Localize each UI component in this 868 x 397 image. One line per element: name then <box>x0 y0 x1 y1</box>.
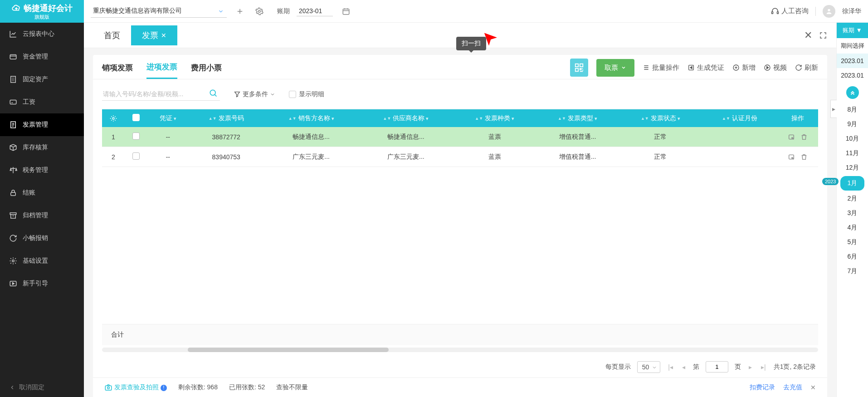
search-button[interactable] <box>209 88 218 98</box>
month-item[interactable]: 6月 <box>837 250 868 264</box>
refresh-button[interactable]: 刷新 <box>795 64 818 72</box>
col-status[interactable]: ▲▼发票状态▾ <box>619 109 702 127</box>
tab-home[interactable]: 首页 <box>93 25 131 45</box>
footer-close-button[interactable]: ✕ <box>810 384 816 391</box>
month-item[interactable]: 3月 <box>837 206 868 221</box>
sidebar-item-inventory[interactable]: 库存核算 <box>0 136 84 159</box>
tab-close-button[interactable]: ✕ <box>161 32 166 39</box>
col-seller[interactable]: ▲▼销售方名称▾ <box>264 109 359 127</box>
sidebar-item-report[interactable]: 云报表中心 <box>0 23 84 45</box>
col-supplier[interactable]: ▲▼供应商名称▾ <box>359 109 454 127</box>
rail-header-button[interactable]: 账期 ▼ <box>837 23 868 38</box>
settings-button[interactable] <box>253 5 266 17</box>
sidebar-unpin[interactable]: 取消固定 <box>0 378 84 397</box>
fee-record-link[interactable]: 扣费记录 <box>750 383 775 392</box>
month-item[interactable]: 9月 <box>837 117 868 132</box>
tab-invoice[interactable]: 发票 ✕ <box>131 25 177 45</box>
fetch-invoice-button[interactable]: 取票 <box>596 59 634 77</box>
verify-photo-link[interactable]: 发票查验及拍照 ! <box>104 383 167 392</box>
svg-rect-5 <box>10 55 16 59</box>
row-select[interactable] <box>125 147 147 167</box>
show-detail-checkbox[interactable]: 显示明细 <box>289 90 324 98</box>
subtab-output[interactable]: 销项发票 <box>102 63 133 78</box>
search-icon <box>209 88 218 98</box>
batch-button[interactable]: 批量操作 <box>643 64 679 72</box>
svg-rect-10 <box>10 213 16 215</box>
company-selector[interactable]: 重庆畅捷交通信息咨询有限公司 <box>91 5 227 18</box>
last-page-button[interactable]: ▸| <box>760 362 767 372</box>
first-page-button[interactable]: |◂ <box>667 362 674 372</box>
per-page-select[interactable]: 50 <box>637 361 661 373</box>
sidebar-item-reimburse[interactable]: 小畅报销 <box>0 227 84 250</box>
subtab-expense[interactable]: 费用小票 <box>191 63 222 78</box>
chart-icon <box>9 30 17 38</box>
used-count: 已用张数: 52 <box>229 383 265 392</box>
col-number[interactable]: ▲▼发票号码 <box>189 109 264 127</box>
sidebar-item-settings[interactable]: 基础设置 <box>0 250 84 272</box>
headset-icon <box>771 7 779 15</box>
view-button[interactable] <box>788 133 795 141</box>
add-button[interactable]: 新增 <box>732 64 756 72</box>
month-item[interactable]: 8月 <box>837 103 868 117</box>
sidebar-item-salary[interactable]: 工资 <box>0 91 84 113</box>
col-select-all[interactable] <box>125 109 147 127</box>
double-chevron-up-icon <box>849 89 856 96</box>
sidebar-item-invoice[interactable]: 发票管理 <box>0 113 84 136</box>
prev-page-button[interactable]: ◂ <box>681 362 687 372</box>
row-index: 1 <box>102 127 125 147</box>
sidebar-item-tax[interactable]: 税务管理 <box>0 159 84 181</box>
horizontal-scrollbar[interactable] <box>102 348 818 352</box>
col-type[interactable]: ▲▼发票类型▾ <box>536 109 619 127</box>
support-link[interactable]: 人工咨询 <box>771 7 809 15</box>
rail-range-to[interactable]: 2023.01 <box>837 68 868 83</box>
subtab-input[interactable]: 进项发票 <box>146 62 177 79</box>
video-button[interactable]: 视频 <box>764 64 787 72</box>
month-item[interactable]: 4月 <box>837 221 868 235</box>
scan-qr-button[interactable] <box>570 59 588 77</box>
avatar[interactable] <box>823 5 835 18</box>
search-input[interactable] <box>102 88 220 101</box>
month-item[interactable]: 7月 <box>837 264 868 279</box>
sidebar-item-close[interactable]: 结账 <box>0 181 84 204</box>
month-item[interactable]: 11月 <box>837 146 868 161</box>
page-input[interactable] <box>706 361 728 372</box>
cell-kind: 蓝票 <box>453 127 536 147</box>
table-row[interactable]: 1--38872772畅捷通信息...畅捷通信息...蓝票增值税普通...正常 <box>102 127 818 147</box>
month-item[interactable]: 10月 <box>837 132 868 146</box>
col-month[interactable]: ▲▼认证月份 <box>702 109 777 127</box>
col-voucher[interactable]: 凭证▾ <box>147 109 189 127</box>
more-label: 更多条件 <box>243 90 268 98</box>
next-page-button[interactable]: ▸ <box>747 362 753 372</box>
filter-icon: ▾ <box>678 116 680 121</box>
month-item[interactable]: 12月 <box>837 161 868 175</box>
col-kind[interactable]: ▲▼发票种类▾ <box>453 109 536 127</box>
lock-icon <box>9 189 17 197</box>
delete-button[interactable] <box>800 133 808 141</box>
rail-collapse-handle[interactable]: ▸ <box>830 100 837 118</box>
add-company-button[interactable] <box>234 5 246 17</box>
sidebar-item-guide[interactable]: 新手引导 <box>0 272 84 295</box>
month-item[interactable]: 1月2023 <box>840 176 864 191</box>
view-button[interactable] <box>788 153 795 161</box>
more-conditions-button[interactable]: 更多条件 <box>234 90 275 98</box>
play-icon <box>9 279 17 288</box>
month-item[interactable]: 5月 <box>837 235 868 250</box>
period-value[interactable]: 2023-01 <box>297 6 333 16</box>
row-select[interactable] <box>125 127 147 147</box>
username[interactable]: 徐泽华 <box>842 7 861 15</box>
calendar-button[interactable] <box>340 5 352 17</box>
rail-range-from[interactable]: 2023.01 <box>837 54 868 68</box>
col-settings[interactable] <box>102 109 125 127</box>
recharge-link[interactable]: 去充值 <box>783 383 802 392</box>
scrollbar-thumb[interactable] <box>188 348 388 352</box>
voucher-button[interactable]: 生成凭证 <box>688 64 724 72</box>
delete-button[interactable] <box>800 153 808 161</box>
close-all-button[interactable]: ✕ <box>802 27 814 44</box>
rail-scroll-up[interactable] <box>846 86 859 99</box>
fullscreen-button[interactable] <box>819 31 827 39</box>
sidebar-item-funds[interactable]: 资金管理 <box>0 45 84 68</box>
sidebar-item-assets[interactable]: 固定资产 <box>0 68 84 91</box>
table-row[interactable]: 2--83940753广东三元麦...广东三元麦...蓝票增值税普通...正常 <box>102 147 818 167</box>
sidebar-item-archive[interactable]: 归档管理 <box>0 204 84 227</box>
month-item[interactable]: 2月 <box>837 191 868 206</box>
